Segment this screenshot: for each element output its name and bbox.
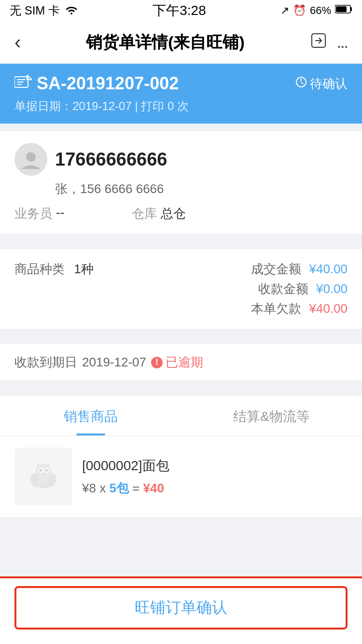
collection-value: ¥0.00: [316, 281, 348, 296]
product-types-label: 商品种类: [14, 262, 65, 276]
order-icon: [14, 73, 32, 94]
summary-section: 商品种类 1种 成交金额 ¥40.00 收款金额 ¥0.00 本单欠款 ¥40.…: [0, 249, 362, 329]
warehouse-value: 总仓: [161, 205, 186, 222]
svg-rect-2: [336, 6, 347, 12]
nav-bar: ‹ 销货单详情(来自旺铺) ...: [0, 21, 362, 64]
product-image: 管+: [14, 448, 72, 505]
more-button[interactable]: ...: [337, 33, 348, 52]
location-icon: ↗: [280, 4, 289, 17]
summary-right: 成交金额 ¥40.00 收款金额 ¥0.00 本单欠款 ¥40.00: [251, 261, 348, 317]
svg-point-6: [26, 152, 36, 162]
order-status: 待确认: [295, 75, 348, 92]
divider-2: [0, 329, 362, 336]
header-card: SA-20191207-002 待确认 单据日期：2019-12-07 | 打印…: [0, 64, 362, 124]
clock-icon: [295, 76, 307, 91]
confirm-btn-container: 旺铺订单确认: [0, 576, 362, 644]
customer-phone: 17666666666: [55, 149, 167, 170]
product-price: ¥8 x 5包 = ¥40: [82, 480, 348, 497]
customer-name: 张，156 6666 6666: [14, 181, 348, 197]
order-date: 单据日期：2019-12-07 | 打印 0 次: [14, 98, 348, 114]
customer-meta: 业务员 -- 仓库 总仓: [14, 205, 348, 222]
svg-rect-1: [350, 7, 352, 11]
svg-point-13: [39, 469, 42, 472]
transaction-amount-row: 成交金额 ¥40.00: [251, 261, 348, 278]
back-button[interactable]: ‹: [14, 31, 21, 53]
carrier-text: 无 SIM 卡: [10, 3, 60, 18]
debt-label: 本单欠款: [251, 300, 301, 317]
nav-actions: ...: [310, 32, 348, 53]
overdue-text: 已逾期: [166, 354, 203, 371]
svg-text:管+: 管+: [41, 484, 47, 488]
product-name: [0000002]面包: [82, 457, 348, 475]
tabs-container: 销售商品 结算&物流等: [0, 396, 362, 436]
salesperson-value: --: [56, 205, 64, 222]
status-carrier: 无 SIM 卡: [10, 3, 78, 18]
divider-1: [0, 234, 362, 241]
wifi-icon: [65, 4, 78, 17]
divider-3: [0, 380, 362, 388]
product-types-value: 1种: [74, 262, 93, 276]
due-section: 收款到期日 2019-12-07 ! 已逾期: [0, 344, 362, 380]
collection-amount-row: 收款金额 ¥0.00: [258, 280, 348, 297]
due-label: 收款到期日: [14, 354, 77, 371]
order-id: SA-20191207-002: [14, 73, 179, 94]
confirm-button[interactable]: 旺铺订单确认: [14, 586, 348, 630]
salesperson-label: 业务员: [14, 205, 52, 222]
status-bar: 无 SIM 卡 下午3:28 ↗ ⏰ 66%: [0, 0, 362, 21]
status-right-icons: ↗ ⏰ 66%: [280, 4, 352, 17]
overdue-badge: ! 已逾期: [151, 354, 203, 371]
battery-icon: [335, 4, 352, 17]
share-button[interactable]: [310, 32, 327, 53]
product-list: 管+ [0000002]面包 ¥8 x 5包 = ¥40: [0, 436, 362, 518]
collection-label: 收款金额: [258, 280, 308, 297]
overdue-icon: !: [151, 357, 163, 368]
product-info: [0000002]面包 ¥8 x 5包 = ¥40: [82, 457, 348, 497]
transaction-label: 成交金额: [251, 261, 301, 278]
transaction-value: ¥40.00: [309, 262, 348, 277]
debt-value: ¥40.00: [309, 301, 348, 316]
debt-amount-row: 本单欠款 ¥40.00: [251, 300, 348, 317]
product-types-row: 商品种类 1种: [14, 261, 94, 278]
avatar: [14, 143, 47, 176]
svg-point-14: [45, 469, 48, 472]
tab-settlement[interactable]: 结算&物流等: [181, 396, 362, 435]
alarm-icon: ⏰: [293, 4, 306, 17]
status-time: 下午3:28: [153, 1, 206, 20]
tab-products[interactable]: 销售商品: [0, 396, 181, 435]
customer-section: 17666666666 张，156 6666 6666 业务员 -- 仓库 总仓: [0, 131, 362, 234]
page-title: 销货单详情(来自旺铺): [86, 31, 245, 54]
product-item: 管+ [0000002]面包 ¥8 x 5包 = ¥40: [0, 436, 362, 518]
due-date: 2019-12-07: [82, 355, 146, 370]
battery-text: 66%: [310, 4, 331, 17]
warehouse-label: 仓库: [132, 205, 157, 222]
